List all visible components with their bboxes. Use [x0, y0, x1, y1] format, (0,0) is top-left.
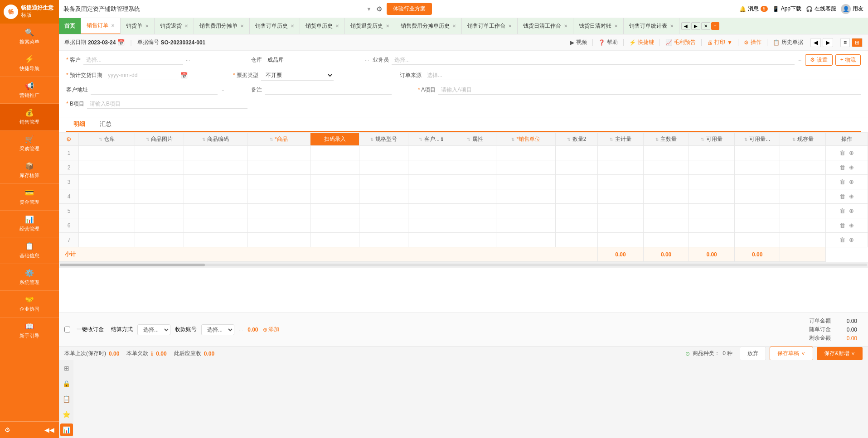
tab-return-history[interactable]: 销货退货历史 ✕ [345, 18, 395, 34]
sidebar-item-basic[interactable]: 📋 基础信息 [0, 237, 59, 264]
cell-main-qty[interactable] [643, 146, 689, 160]
th-customer-code[interactable]: ⇅ 客户... ℹ [408, 133, 454, 146]
th-spec[interactable]: ⇅ 规格型号 [359, 133, 408, 146]
toolbar-operations[interactable]: ⚙ 操作 [744, 39, 761, 46]
cell-stock[interactable] [780, 218, 826, 233]
row-copy-btn[interactable]: ⊕ [848, 149, 855, 157]
cell-main-unit[interactable] [598, 160, 644, 175]
sidebar-item-guide[interactable]: 📖 新手引导 [0, 318, 59, 344]
cell-qty2[interactable] [556, 146, 598, 160]
cell-code[interactable] [184, 189, 247, 204]
cell-main-qty[interactable] [643, 233, 689, 247]
row-copy-btn[interactable]: ⊕ [848, 236, 855, 244]
sidebar-item-cooperation[interactable]: 🤝 企业协同 [0, 291, 59, 318]
cell-available[interactable] [689, 160, 735, 175]
cell-attr[interactable] [454, 218, 496, 233]
cell-image[interactable] [135, 233, 184, 247]
cell-customer-code[interactable] [408, 160, 454, 175]
scrollbar-thumb[interactable] [60, 264, 205, 266]
cell-unit[interactable] [496, 160, 556, 175]
cell-code[interactable] [184, 175, 247, 189]
customer-input[interactable] [83, 55, 183, 65]
cell-available2[interactable] [734, 218, 780, 233]
tab-home[interactable]: 首页 [59, 18, 81, 34]
cell-customer-code[interactable] [408, 175, 454, 189]
settings-icon[interactable]: ⚙ [376, 5, 382, 13]
settings-gear-icon[interactable]: ⚙ [5, 426, 10, 433]
cell-unit[interactable] [496, 175, 556, 189]
settlement-select[interactable]: 选择... [137, 324, 170, 335]
tab-menu-btn[interactable]: ≡ [711, 22, 719, 30]
order-source-input[interactable] [424, 71, 861, 80]
cell-scan[interactable] [310, 233, 359, 247]
tab-order-stats[interactable]: 销售订单统计表 ✕ [624, 18, 679, 34]
cell-available2[interactable] [734, 175, 780, 189]
sidebar-item-inventory[interactable]: 📦 库存核算 [0, 157, 59, 184]
sidebar-item-purchase[interactable]: 🛒 采购管理 [0, 130, 59, 157]
cell-spec[interactable] [359, 146, 408, 160]
customer-more-icon[interactable]: ··· [186, 58, 190, 63]
cell-scan[interactable] [310, 204, 359, 218]
tab-close-icon[interactable]: ✕ [111, 23, 115, 28]
staff-input[interactable] [392, 55, 795, 65]
th-warehouse[interactable]: ⇅ 仓库 [79, 133, 135, 146]
right-panel-icon-5[interactable]: 📊 [60, 424, 73, 436]
cell-product[interactable] [247, 233, 310, 247]
cell-unit[interactable] [496, 204, 556, 218]
cell-warehouse[interactable] [79, 146, 135, 160]
row-copy-btn[interactable]: ⊕ [848, 207, 855, 215]
tab-close-icon[interactable]: ✕ [670, 24, 674, 29]
sidebar-item-management[interactable]: 📊 经营管理 [0, 211, 59, 237]
cell-attr[interactable] [454, 160, 496, 175]
cell-spec[interactable] [359, 233, 408, 247]
th-available[interactable]: ⇅ 可用量 [689, 133, 735, 146]
cell-main-qty[interactable] [643, 218, 689, 233]
cell-qty2[interactable] [556, 204, 598, 218]
cell-main-unit[interactable] [598, 146, 644, 160]
cell-qty2[interactable] [556, 218, 598, 233]
a-project-input[interactable] [438, 85, 861, 95]
cell-code[interactable] [184, 160, 247, 175]
delivery-input[interactable] [105, 71, 178, 80]
cell-image[interactable] [135, 204, 184, 218]
cell-customer-code[interactable] [408, 233, 454, 247]
cell-warehouse[interactable] [79, 160, 135, 175]
row-copy-btn[interactable]: ⊕ [848, 178, 855, 186]
cell-spec[interactable] [359, 160, 408, 175]
cell-unit[interactable] [496, 233, 556, 247]
row-delete-btn[interactable]: 🗑 [839, 178, 846, 186]
settings-btn[interactable]: ⚙ 设置 [805, 54, 832, 66]
cell-scan[interactable] [310, 146, 359, 160]
cell-product[interactable] [247, 189, 310, 204]
cell-image[interactable] [135, 189, 184, 204]
tab-next-btn[interactable]: ▶ [691, 22, 700, 30]
save-draft-btn[interactable]: 保存草稿 ∨ [770, 347, 813, 360]
cell-code[interactable] [184, 204, 247, 218]
cell-scan[interactable] [310, 189, 359, 204]
cell-product[interactable] [247, 175, 310, 189]
cell-image[interactable] [135, 175, 184, 189]
tab-sales-order[interactable]: 销售订单 ✕ [81, 18, 121, 34]
tab-close-icon[interactable]: ✕ [508, 24, 512, 29]
save-new-btn[interactable]: 保存&新增 ∨ [817, 347, 863, 360]
tab-fee-history[interactable]: 销售费用分摊单历史 ✕ [395, 18, 462, 34]
toolbar-video[interactable]: ▶ 视频 [570, 39, 587, 46]
cell-stock[interactable] [780, 146, 826, 160]
invoice-select[interactable]: 不开票 [261, 70, 334, 81]
th-settings[interactable]: ⚙ [59, 133, 79, 146]
cell-main-qty[interactable] [643, 204, 689, 218]
sidebar-item-search[interactable]: 🔍 搜索菜单 [0, 24, 59, 50]
address-more-icon[interactable]: ··· [220, 87, 224, 93]
sidebar-item-quicknav[interactable]: ⚡ 快捷导航 [0, 50, 59, 77]
add-item-btn[interactable]: + 物流 [835, 54, 861, 66]
app-download-item[interactable]: 📱 App下载 [772, 5, 801, 13]
tab-sales-return[interactable]: 销货退货 ✕ [155, 18, 194, 34]
cell-main-unit[interactable] [598, 175, 644, 189]
one-click-checkbox[interactable] [64, 327, 70, 332]
cell-attr[interactable] [454, 189, 496, 204]
tab-close-icon[interactable]: ✕ [614, 24, 618, 29]
cell-available[interactable] [689, 233, 735, 247]
cell-warehouse[interactable] [79, 189, 135, 204]
cell-code[interactable] [184, 218, 247, 233]
cell-main-unit[interactable] [598, 189, 644, 204]
